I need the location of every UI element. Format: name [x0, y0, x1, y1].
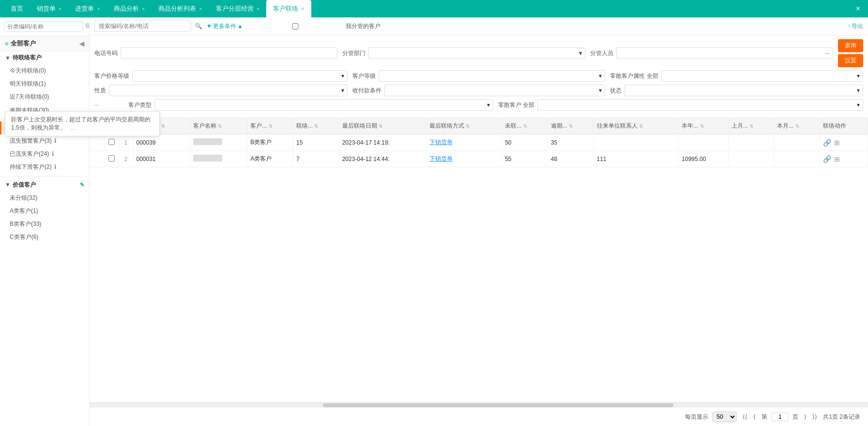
nav-item-customer-contact[interactable]: 客户联络 ×: [266, 0, 311, 17]
col-last-month[interactable]: 上月... ⇅: [728, 118, 774, 134]
retail-select[interactable]: ▾: [537, 99, 863, 111]
link-action-icon[interactable]: 🔗: [823, 139, 831, 147]
grid-action-icon[interactable]: ⊞: [834, 155, 840, 163]
export-icon: ↑: [848, 23, 851, 29]
cell-checkbox[interactable]: [104, 151, 119, 167]
search-bar-icon[interactable]: 🔍: [195, 23, 202, 29]
nav-item-sales[interactable]: 销货单 ×: [30, 0, 68, 17]
row-checkbox[interactable]: [108, 155, 115, 162]
filter-cell-customer-level: 客户等级 ▾: [352, 70, 606, 82]
next-page-button[interactable]: ⟩: [802, 412, 808, 421]
cell-last-method[interactable]: 下销货单: [426, 151, 502, 167]
sidebar-item-churned[interactable]: 已流失客户(24) ℹ: [0, 147, 89, 161]
col-this-month[interactable]: 本月... ⇅: [774, 118, 820, 134]
nav-item-customer-segment[interactable]: 客户分层经营 ×: [209, 0, 266, 17]
cell-settings: [90, 151, 104, 167]
price-level-select[interactable]: ▾: [132, 70, 348, 82]
nature-label: 性质: [94, 87, 106, 95]
sidebar-search-input[interactable]: [4, 21, 83, 32]
person-label: 分管人员: [590, 49, 613, 58]
edit-icon[interactable]: ✎: [80, 182, 84, 188]
close-icon[interactable]: ×: [257, 6, 259, 12]
row-checkbox[interactable]: [108, 139, 115, 145]
chevron-down-icon: ▾: [857, 102, 860, 108]
cell-checkbox[interactable]: [104, 134, 119, 151]
sidebar-item-churn-warning[interactable]: 流失预警客户(3) ℹ: [0, 134, 89, 147]
col-overdue[interactable]: 逾期... ⇅: [548, 118, 594, 134]
col-contact-person[interactable]: 往来单位联系人 ⇅: [594, 118, 679, 134]
close-icon[interactable]: ×: [142, 6, 145, 12]
content-area: 🔍 ▼ 更多条件 ▲ 我分管的客户 ↑ 导出 电话号码: [90, 17, 868, 426]
sidebar-item-tomorrow[interactable]: 明天待联络(1): [0, 77, 89, 90]
sidebar-item-unclassified[interactable]: 未分组(32): [0, 191, 89, 205]
nature-select[interactable]: ▾: [109, 85, 348, 96]
col-no-contact[interactable]: 未联... ⇅: [502, 118, 548, 134]
col-contact[interactable]: 联络... ⇅: [293, 118, 339, 134]
my-customers-checkbox[interactable]: 我分管的客户: [247, 22, 381, 30]
prev-page-button[interactable]: ⟨: [751, 412, 758, 421]
nav-item-analysis-list[interactable]: 商品分析列表 ×: [152, 0, 209, 17]
nav-item-analysis[interactable]: 商品分析 ×: [107, 0, 152, 17]
cell-contact-person: 111: [594, 151, 679, 167]
my-customers-check[interactable]: [247, 23, 344, 29]
link-action-icon[interactable]: 🔗: [823, 155, 831, 163]
collapse-icon[interactable]: ◀: [79, 40, 84, 47]
sidebar-item-declining[interactable]: 持续下滑客户(2) ℹ: [0, 161, 89, 174]
export-button[interactable]: ↑ 导出: [848, 22, 863, 30]
horizontal-scrollbar[interactable]: [90, 402, 868, 407]
sidebar-group-value[interactable]: ▼ 价值客户 ✎: [0, 178, 89, 191]
sidebar-item-7days[interactable]: 近7天待联络(0): [0, 90, 89, 103]
dept-select[interactable]: ▾: [368, 47, 585, 59]
cell-last-method[interactable]: 下销货单: [426, 134, 502, 151]
col-last-method[interactable]: 最后联络方式 ⇅: [426, 118, 502, 134]
page-label: 第: [760, 412, 769, 422]
scroll-thumb[interactable]: [323, 403, 673, 407]
sidebar-item-class-c[interactable]: C类客户(6): [0, 231, 89, 244]
chevron-down-icon: ▾: [341, 87, 344, 94]
sidebar-item-class-a[interactable]: A类客户(1): [0, 205, 89, 218]
per-page-select[interactable]: 50 10 20 100: [712, 411, 737, 422]
query-button[interactable]: 查询: [838, 39, 863, 52]
customer-type-select[interactable]: ▾: [154, 99, 493, 111]
status-select[interactable]: ▾: [624, 85, 863, 96]
col-this-year[interactable]: 本年... ⇅: [679, 118, 728, 134]
sidebar-item-class-b[interactable]: B类客户(33): [0, 218, 89, 231]
filter-cell-customer-type: 客户类型 ▾: [128, 99, 493, 111]
more-dots[interactable]: ···: [94, 102, 99, 108]
last-page-button[interactable]: ⟩⟩: [810, 412, 819, 421]
dots-icon: ···: [825, 50, 830, 57]
sidebar-all-customers-title[interactable]: ≡ 全部客户 ◀: [0, 36, 89, 51]
first-page-button[interactable]: ⟨⟨: [741, 412, 749, 421]
sidebar-item-today[interactable]: 今天待联络(0): [0, 64, 89, 77]
sidebar-group-pending[interactable]: ▼ 待联络客户: [0, 51, 89, 64]
close-icon[interactable]: ×: [97, 6, 100, 12]
customer-level-label: 客户等级: [352, 72, 376, 80]
close-icon[interactable]: ×: [59, 6, 61, 12]
grid-action-icon[interactable]: ⊞: [834, 139, 840, 147]
close-icon[interactable]: ×: [199, 6, 202, 12]
page-number-input[interactable]: [771, 412, 789, 421]
nav-item-home[interactable]: 首页: [4, 0, 30, 17]
cell-last-date: 2023-04-17 14:19:: [339, 134, 426, 151]
retail-attr-select[interactable]: ▾: [661, 70, 863, 82]
person-select[interactable]: ···: [616, 47, 833, 59]
more-conditions-button[interactable]: ▼ 更多条件 ▲: [206, 22, 243, 30]
window-close-button[interactable]: ×: [852, 4, 864, 13]
nav-item-purchase[interactable]: 进货单 ×: [68, 0, 107, 17]
col-last-date[interactable]: 最后联络日期 ⇅: [339, 118, 426, 134]
customer-level-select[interactable]: ▾: [379, 70, 606, 82]
search-input[interactable]: [94, 20, 191, 32]
col-type[interactable]: 客户... ⇅: [247, 118, 293, 134]
payment-select[interactable]: ▾: [384, 85, 606, 96]
per-page-label: 每页显示: [685, 413, 708, 421]
cell-code: 000031: [133, 151, 190, 167]
settings-button[interactable]: 设置: [838, 54, 863, 67]
col-name[interactable]: 客户名称 ⇅: [190, 118, 247, 134]
cell-code: 000039: [133, 134, 190, 151]
table-row: 1 000039 B类客户 15 2023-04-17 14:19: 下销货单 …: [90, 134, 868, 151]
filter-cell-dept: 分管部门 ▾: [342, 47, 585, 59]
close-icon[interactable]: ×: [301, 6, 304, 12]
phone-input[interactable]: [121, 47, 337, 59]
tooltip-box: 距客户上次交易时长，超过了此客户的平均交易周期的1.5倍，则视为异常。 ...: [5, 111, 160, 136]
search-icon[interactable]: 🔍: [85, 23, 90, 30]
